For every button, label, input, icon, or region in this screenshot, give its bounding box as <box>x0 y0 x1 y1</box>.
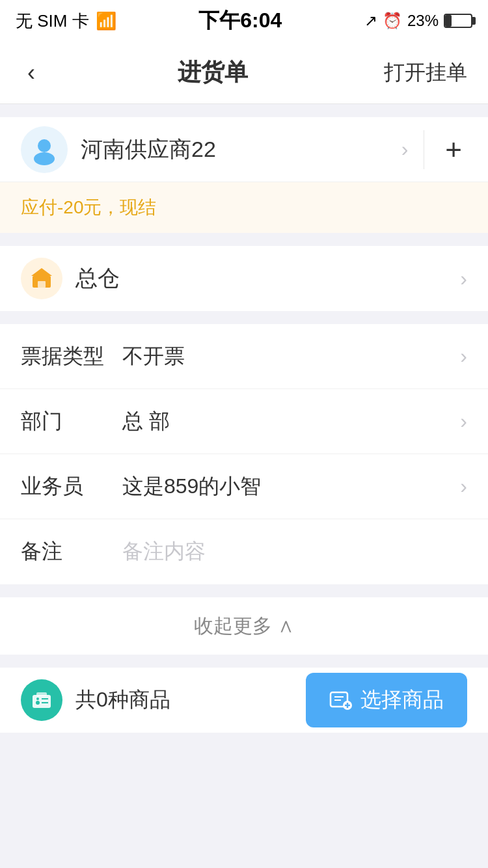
form-section: 票据类型 不开票 › 部门 总 部 › 业务员 这是859的小智 › 备注 备注… <box>0 324 488 584</box>
product-info: 共0种商品 <box>21 679 170 721</box>
wifi-icon: 📶 <box>96 11 116 31</box>
supplier-section: 河南供应商22 › + 应付-20元，现结 <box>0 117 488 233</box>
status-bar: 无 SIM 卡 📶 下午6:04 ↗ ⏰ 23% <box>0 0 488 42</box>
remark-row[interactable]: 备注 备注内容 <box>0 519 488 584</box>
svg-point-9 <box>36 698 39 700</box>
page-background <box>0 733 488 868</box>
remark-label: 备注 <box>21 537 112 566</box>
battery-label: 23% <box>407 12 439 30</box>
select-product-icon <box>329 688 353 712</box>
warehouse-name: 总仓 <box>75 264 460 293</box>
salesperson-chevron-icon: › <box>460 474 467 498</box>
department-label: 部门 <box>21 407 112 436</box>
invoice-type-chevron-icon: › <box>460 344 467 368</box>
select-product-button[interactable]: 选择商品 <box>306 673 467 727</box>
svg-point-0 <box>38 139 51 152</box>
department-chevron-icon: › <box>460 409 467 433</box>
salesperson-label: 业务员 <box>21 472 112 501</box>
back-button[interactable]: ‹ <box>21 53 42 93</box>
status-right: ↗ ⏰ 23% <box>364 12 472 30</box>
top-divider <box>0 104 488 117</box>
battery-icon <box>444 14 472 28</box>
warehouse-icon <box>21 258 62 299</box>
warehouse-section: 总仓 › <box>0 246 488 311</box>
salesperson-row[interactable]: 业务员 这是859的小智 › <box>0 454 488 519</box>
svg-point-7 <box>36 701 40 705</box>
supplier-avatar <box>21 126 68 173</box>
invoice-type-row[interactable]: 票据类型 不开票 › <box>0 324 488 389</box>
collapse-label: 收起更多 ∧ <box>194 613 293 640</box>
supplier-name: 河南供应商22 <box>81 135 401 165</box>
svg-rect-6 <box>36 692 47 696</box>
salesperson-value: 这是859的小智 <box>112 472 460 501</box>
alarm-icon: ⏰ <box>383 12 402 30</box>
department-value: 总 部 <box>112 407 460 436</box>
vertical-divider <box>424 130 424 169</box>
collapse-row[interactable]: 收起更多 ∧ <box>0 597 488 655</box>
department-row[interactable]: 部门 总 部 › <box>0 389 488 454</box>
warehouse-chevron-icon: › <box>460 267 467 291</box>
status-left: 无 SIM 卡 📶 <box>16 10 116 33</box>
status-time: 下午6:04 <box>198 7 282 35</box>
nav-bar: ‹ 进货单 打开挂单 <box>0 42 488 104</box>
invoice-type-label: 票据类型 <box>21 342 112 371</box>
mid-divider-1 <box>0 233 488 246</box>
svg-rect-5 <box>33 695 51 708</box>
page-title: 进货单 <box>178 57 248 88</box>
product-icon <box>21 679 62 721</box>
add-supplier-button[interactable]: + <box>440 128 467 171</box>
supplier-right: › + <box>401 128 467 171</box>
remark-input[interactable]: 备注内容 <box>112 537 467 566</box>
select-product-label: 选择商品 <box>360 686 444 714</box>
supplier-chevron-icon: › <box>401 137 409 161</box>
invoice-type-value: 不开票 <box>112 342 460 371</box>
product-count-label: 共0种商品 <box>75 686 170 714</box>
location-icon: ↗ <box>364 12 377 30</box>
svg-marker-3 <box>31 268 52 276</box>
svg-rect-4 <box>38 281 46 288</box>
open-pending-button[interactable]: 打开挂单 <box>384 59 467 87</box>
warehouse-row[interactable]: 总仓 › <box>0 246 488 311</box>
supplier-row[interactable]: 河南供应商22 › + <box>0 117 488 182</box>
svg-point-1 <box>34 152 55 165</box>
notice-text: 应付-20元，现结 <box>21 197 156 217</box>
notice-banner: 应付-20元，现结 <box>0 182 488 233</box>
carrier-label: 无 SIM 卡 <box>16 10 89 33</box>
bottom-bar: 共0种商品 选择商品 <box>0 668 488 733</box>
